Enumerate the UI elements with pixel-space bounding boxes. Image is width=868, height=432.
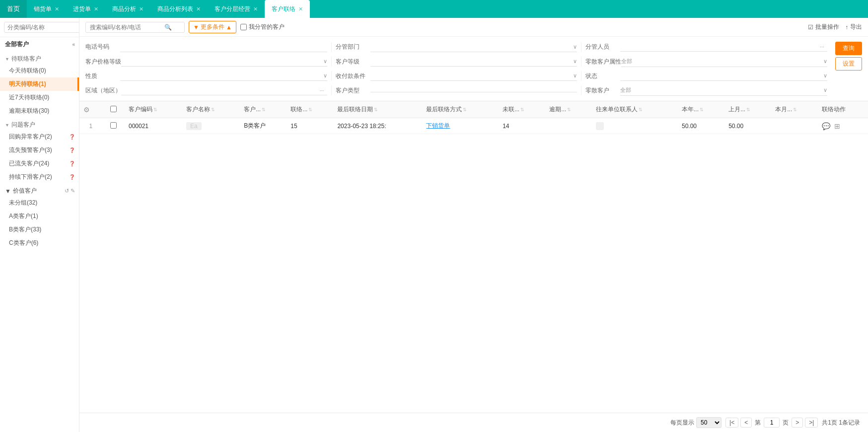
retail-attr-label: 零散客户属性 [585,58,621,66]
set-button[interactable]: 设置 [835,57,862,71]
row-contact: 15 [287,118,333,134]
status-select[interactable]: ∨ [620,71,827,81]
prev-page-btn[interactable]: < [740,418,752,428]
gear-icon[interactable]: ⚙ [83,106,90,114]
query-button[interactable]: 查询 [835,42,862,55]
page-total: 共1页 1条记录 [822,419,860,427]
edit-icon[interactable]: ✎ [71,188,75,194]
row-action: 💬 ⊞ [818,118,868,134]
retail-attr-select[interactable]: 全部∨ [621,56,827,67]
sidebar-item-class-b[interactable]: B类客户(33) [0,223,79,236]
batch-btn[interactable]: ☑ 批量操作 [808,23,839,31]
filter-search-input[interactable] [90,24,164,31]
first-page-btn[interactable]: |< [725,418,738,428]
th-type[interactable]: 客户...⇅ [240,101,287,118]
sidebar-item-today[interactable]: 今天待联络(0) [0,64,79,77]
customer-level-select[interactable]: ∨ [370,57,578,67]
filter-my-customers[interactable]: 我分管的客户 [240,23,285,31]
sidebar-item-week[interactable]: 近7天待联络(0) [0,91,79,104]
customer-level-label: 客户等级 [336,58,370,66]
help-icon-repurchase: ❓ [69,134,75,140]
nav-home[interactable]: 首页 [0,0,27,18]
sidebar-item-class-a[interactable]: A类客户(1) [0,210,79,223]
divider5 [331,71,332,81]
dots-icon[interactable]: ··· [817,44,827,50]
customer-type-select[interactable] [370,89,578,92]
close-customer-contact-tab[interactable]: ✕ [298,6,303,12]
sidebar-item-repurchase[interactable]: 回购异常客户(2) ❓ [0,130,79,144]
sidebar-item-declining[interactable]: 持续下滑客户(2) ❓ [0,170,79,184]
sidebar-group-pending[interactable]: ▼ 待联络客户 [0,52,79,64]
checkbox-icon: ☑ [808,24,813,31]
payment-select[interactable]: ∨ [370,71,578,81]
th-not-contacted[interactable]: 未联...⇅ [499,101,545,118]
nav-goods-analysis[interactable]: 商品分析✕ [105,0,150,18]
sidebar-item-class-c[interactable]: C类客户(6) [0,236,79,250]
main-layout: 🔍 全部客户 « ▼ 待联络客户 今天待联络(0) 明天待联络(1) 近7天待联… [0,18,868,432]
table-header: ⚙ 客户编码⇅ 客户名称⇅ 客户...⇅ [79,101,868,118]
sidebar-item-churn-warn[interactable]: 流失预警客户(3) ❓ [0,144,79,157]
retail-customer-select[interactable]: 全部∨ [620,85,827,96]
last-contact-link[interactable]: 下销货单 [426,122,450,129]
sidebar-item-ungroup[interactable]: 未分组(32) [0,196,79,210]
th-unit-contact[interactable]: 往来单位联系人⇅ [592,101,678,118]
close-customer-layer-tab[interactable]: ✕ [253,6,258,12]
th-last-contact-type[interactable]: 最后联络方式⇅ [422,101,499,118]
th-overdue[interactable]: 逾期...⇅ [545,101,592,118]
sidebar-item-overdue[interactable]: 逾期未联络(30) [0,104,79,118]
customer-name-blurred: Ea [186,122,202,130]
comment-action-icon[interactable]: 💬 [822,122,830,130]
row-last-contact-type[interactable]: 下销货单 [422,118,499,134]
close-purchase-tab[interactable]: ✕ [94,6,98,12]
th-contact[interactable]: 联络...⇅ [287,101,333,118]
sub-dept-select[interactable]: ∨ [370,42,578,52]
th-this-year[interactable]: 本年...⇅ [678,101,724,118]
th-name[interactable]: 客户名称⇅ [182,101,240,118]
region-dots-icon[interactable]: ··· [317,87,327,93]
retail-customer-label: 零散客户 [585,86,620,95]
th-code[interactable]: 客户编码⇅ [125,101,182,118]
grid-action-icon[interactable]: ⊞ [834,122,840,130]
filter-search-icon[interactable]: 🔍 [164,24,172,31]
row-checkbox[interactable] [110,122,117,129]
close-goods-analysis-tab[interactable]: ✕ [139,6,144,12]
nav-goods-analysis-list[interactable]: 商品分析列表✕ [150,0,208,18]
export-btn[interactable]: ↑ 导出 [845,23,862,31]
nav-customer-layer[interactable]: 客户分层经营✕ [208,0,265,18]
customer-type-label: 客户类型 [336,86,370,95]
nature-label: 性质 [85,72,120,80]
phone-input[interactable] [120,42,327,52]
th-last-month[interactable]: 上月...⇅ [724,101,771,118]
sidebar-item-tomorrow[interactable]: 明天待联络(1) [0,77,79,91]
sidebar-all-customers[interactable]: 全部客户 « [0,37,79,52]
refresh-icon[interactable]: ↺ [65,188,69,194]
help-icon-declining: ❓ [69,174,75,180]
sidebar-group-problem[interactable]: ▼ 问题客户 [0,118,79,130]
divider1 [331,42,332,52]
last-page-btn[interactable]: >| [805,418,818,428]
sub-person-select[interactable]: ··· [620,42,827,52]
page-input[interactable] [764,418,780,428]
my-customers-checkbox[interactable] [240,24,247,30]
nav-purchase[interactable]: 进货单✕ [66,0,105,18]
th-num: ⚙ [79,101,102,118]
row-type: B类客户 [240,118,287,134]
nav-customer-contact[interactable]: 客户联络✕ [265,0,310,18]
th-last-contact-date[interactable]: 最后联络日期⇅ [333,101,422,118]
filter-more-btn[interactable]: ▼ 更多条件 ▲ [189,21,236,33]
help-icon-churned: ❓ [69,161,75,166]
select-all-checkbox[interactable] [110,106,117,112]
th-this-month[interactable]: 本月...⇅ [771,101,818,118]
nav-sales[interactable]: 销货单✕ [27,0,66,18]
close-goods-analysis-list-tab[interactable]: ✕ [196,6,201,12]
sidebar-group-value[interactable]: ▼ 价值客户 ↺ ✎ [0,184,79,196]
nature-select[interactable]: ∨ [120,71,327,81]
next-page-btn[interactable]: > [792,418,803,428]
price-level-select[interactable]: ∨ [121,57,327,67]
sidebar-item-churned[interactable]: 已流失客户(24) ❓ [0,157,79,170]
region-select[interactable]: ··· [121,86,327,95]
per-page-select[interactable]: 50 100 200 [696,417,722,428]
sidebar-search-input[interactable] [4,22,79,33]
phone-label: 电话号码 [85,43,120,51]
close-sales-tab[interactable]: ✕ [55,6,59,12]
